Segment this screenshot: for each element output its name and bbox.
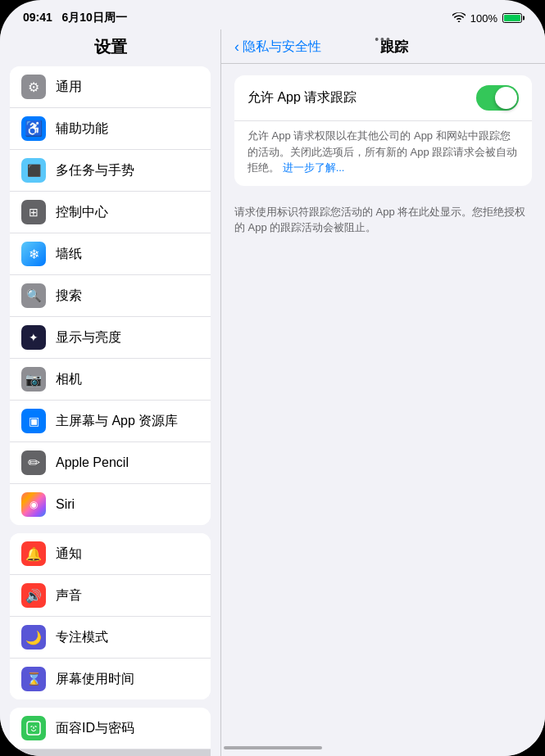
battery-fill bbox=[504, 15, 520, 21]
sidebar-item-focus[interactable]: 🌙 专注模式 bbox=[10, 617, 211, 659]
sidebar-item-camera[interactable]: 📷 相机 bbox=[10, 359, 211, 401]
accessibility-icon: ♿ bbox=[21, 116, 46, 141]
sidebar-item-siri[interactable]: ◉ Siri bbox=[10, 484, 211, 525]
back-chevron-icon: ‹ bbox=[234, 38, 239, 56]
learn-more-link[interactable]: 进一步了解... bbox=[283, 161, 345, 174]
faceid-icon bbox=[21, 716, 46, 740]
content-area: ••• ‹ 隐私与安全性 跟踪 允许 App 请求跟踪 允许 App 请求权限以… bbox=[221, 29, 545, 756]
general-icon: ⚙ bbox=[21, 75, 46, 99]
sidebar-item-applepencil[interactable]: ✏ Apple Pencil bbox=[10, 442, 211, 484]
back-label: 隐私与安全性 bbox=[243, 38, 321, 56]
sidebar-item-accessibility[interactable]: ♿ 辅助功能 bbox=[10, 108, 211, 150]
search-icon: 🔍 bbox=[21, 283, 46, 308]
camera-icon: 📷 bbox=[21, 367, 46, 392]
sidebar-item-sounds[interactable]: 🔊 声音 bbox=[10, 575, 211, 617]
sidebar-item-wallpaper[interactable]: ❄ 墙纸 bbox=[10, 233, 211, 275]
sidebar-item-general[interactable]: ⚙ 通用 bbox=[10, 66, 211, 108]
homescreen-icon: ▣ bbox=[21, 409, 46, 433]
tracking-section: 允许 App 请求跟踪 允许 App 请求权限以在其他公司的 App 和网站中跟… bbox=[234, 75, 532, 186]
battery-percentage: 100% bbox=[470, 12, 497, 25]
sidebar-group-2: 🔔 通知 🔊 声音 🌙 专注模式 ⌛ 屏幕使用时间 bbox=[10, 533, 211, 699]
sidebar-item-privacy[interactable]: 隐私与安全性 bbox=[10, 749, 211, 756]
battery-icon bbox=[502, 13, 522, 23]
notifications-icon: 🔔 bbox=[21, 541, 46, 566]
wallpaper-icon: ❄ bbox=[21, 242, 46, 266]
main-layout: 设置 ⚙ 通用 ♿ 辅助功能 ⬛ 多任务与手势 ⊞ 控制中心 bbox=[0, 29, 545, 756]
applepencil-icon: ✏ bbox=[21, 450, 46, 475]
controlcenter-icon: ⊞ bbox=[21, 200, 46, 224]
tracking-toggle-row: 允许 App 请求跟踪 bbox=[234, 75, 532, 120]
toggle-label: 允许 App 请求跟踪 bbox=[248, 89, 357, 106]
wifi-icon bbox=[452, 11, 466, 25]
home-indicator bbox=[224, 746, 322, 749]
status-bar: 09:41 6月10日周一 100% bbox=[0, 0, 545, 29]
sidebar-item-search[interactable]: 🔍 搜索 bbox=[10, 275, 211, 317]
focus-icon: 🌙 bbox=[21, 625, 46, 650]
multitasking-icon: ⬛ bbox=[21, 158, 46, 183]
sidebar-title: 设置 bbox=[0, 29, 220, 66]
sidebar: 设置 ⚙ 通用 ♿ 辅助功能 ⬛ 多任务与手势 ⊞ 控制中心 bbox=[0, 29, 221, 756]
nav-dots: ••• bbox=[375, 33, 392, 46]
device-frame: 09:41 6月10日周一 100% bbox=[0, 0, 545, 756]
sounds-icon: 🔊 bbox=[21, 583, 46, 608]
sidebar-item-controlcenter[interactable]: ⊞ 控制中心 bbox=[10, 192, 211, 233]
tracking-toggle[interactable] bbox=[476, 85, 519, 111]
sidebar-item-faceid[interactable]: 面容ID与密码 bbox=[10, 708, 211, 749]
sidebar-item-multitasking[interactable]: ⬛ 多任务与手势 bbox=[10, 150, 211, 192]
sidebar-item-homescreen[interactable]: ▣ 主屏幕与 App 资源库 bbox=[10, 401, 211, 442]
back-button[interactable]: ‹ 隐私与安全性 bbox=[234, 38, 321, 56]
siri-icon: ◉ bbox=[21, 492, 46, 517]
tracking-description: 允许 App 请求权限以在其他公司的 App 和网站中跟踪您的活动。关闭此选项后… bbox=[234, 120, 532, 186]
sidebar-group-1: ⚙ 通用 ♿ 辅助功能 ⬛ 多任务与手势 ⊞ 控制中心 ❄ 墙纸 bbox=[10, 66, 211, 525]
status-right: 100% bbox=[452, 11, 522, 25]
nav-bar: ••• ‹ 隐私与安全性 跟踪 bbox=[221, 29, 545, 64]
status-time: 09:41 6月10日周一 bbox=[23, 11, 127, 25]
display-icon: ✦ bbox=[21, 325, 46, 350]
sidebar-group-3: 面容ID与密码 隐私与安全性 bbox=[10, 708, 211, 756]
screentime-icon: ⌛ bbox=[21, 667, 46, 691]
bottom-description: 请求使用标识符跟踪您活动的 App 将在此处显示。您拒绝授权的 App 的跟踪活… bbox=[221, 197, 545, 247]
sidebar-item-screentime[interactable]: ⌛ 屏幕使用时间 bbox=[10, 659, 211, 699]
sidebar-item-display[interactable]: ✦ 显示与亮度 bbox=[10, 317, 211, 359]
sidebar-item-notifications[interactable]: 🔔 通知 bbox=[10, 533, 211, 575]
